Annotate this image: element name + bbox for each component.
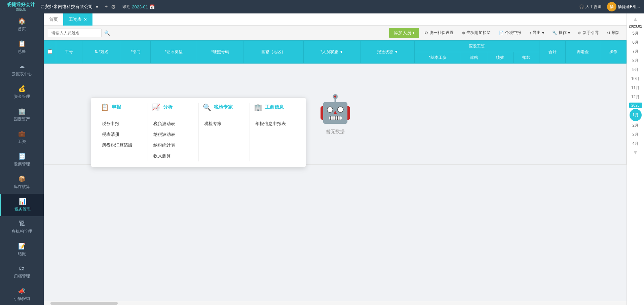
menu-item-income-tax-summary[interactable]: 所得税汇算清缴 <box>101 140 144 151</box>
tab-close-icon[interactable]: ✕ <box>84 17 87 22</box>
sidebar-label-inventory: 库存核算 <box>14 184 30 190</box>
horizontal-scrollbar[interactable] <box>44 301 627 305</box>
sidebar-item-sales[interactable]: 📣 小畅报销 <box>0 283 44 305</box>
content-area: 首页 工资表 ✕ 🔍 添加人员 ▾ ⚙ 统一社保设置 ⊕ 专项附加扣除 <box>44 13 627 305</box>
menu-item-tax-table[interactable]: 税表清册 <box>101 129 144 140</box>
month-2024-2[interactable]: 2月 <box>629 121 643 130</box>
service-icon: 🎧 <box>579 4 584 9</box>
assets-icon: 🏢 <box>18 108 26 115</box>
tax-return-button[interactable]: 📄 个税申报 <box>496 29 524 37</box>
declaration-section-icon: 📋 <box>101 103 109 111</box>
refresh-icon: ↺ <box>607 31 610 35</box>
menu-section-header-expert: 🔍 税检专家 <box>203 103 245 115</box>
export-dropdown-icon: ▾ <box>542 31 544 35</box>
month-2023-5[interactable]: 5月 <box>629 29 643 38</box>
operations-button[interactable]: 🔧 操作 ▾ <box>550 29 573 37</box>
sidebar-item-multi-org[interactable]: 🏗 多机构管理 <box>0 216 44 238</box>
home-icon: 🏠 <box>18 17 26 25</box>
guide-toolbar-label: 新手引导 <box>583 30 599 36</box>
sidebar-item-home[interactable]: 🏠 首页 <box>0 13 44 36</box>
th-payable-group: 应发工资 <box>415 41 539 52</box>
sidebar-item-invoice[interactable]: 🧾 发票管理 <box>0 149 44 171</box>
menu-item-expert[interactable]: 税检专家 <box>203 118 245 129</box>
month-2023-11[interactable]: 11月 <box>629 83 643 92</box>
next-year-btn[interactable]: ▼ <box>632 148 640 157</box>
sidebar-item-close[interactable]: 📝 结账 <box>0 238 44 261</box>
export-button[interactable]: ↑ 导出 ▾ <box>527 29 547 37</box>
social-insurance-button[interactable]: ⚙ 统一社保设置 <box>422 29 456 37</box>
month-2023-6[interactable]: 6月 <box>629 38 643 47</box>
special-deduction-label: 专项附加扣除 <box>466 30 491 36</box>
add-person-button[interactable]: 添加人员 ▾ <box>389 28 419 38</box>
tax-icon: 📊 <box>19 198 26 205</box>
menu-item-tax-payment[interactable]: 纳税波动表 <box>152 129 195 140</box>
filter-icon-status[interactable]: ▼ <box>339 49 343 54</box>
top-bar-right: 🎧 人工咨询 畅 畅捷通B组... <box>579 2 640 11</box>
month-2024-3[interactable]: 3月 <box>629 130 643 139</box>
special-deduction-button[interactable]: ⊕ 专项附加扣除 <box>459 29 493 37</box>
search-button[interactable]: 🔍 <box>104 30 110 36</box>
period-label: 账期 <box>122 4 130 10</box>
prev-year-btn[interactable]: ▲ <box>632 15 640 24</box>
tab-payroll[interactable]: 工资表 ✕ <box>63 13 92 26</box>
sidebar-item-ledger[interactable]: 📋 总账 <box>0 36 44 59</box>
month-2023-12[interactable]: 12月 <box>629 92 643 102</box>
month-2023-9[interactable]: 9月 <box>629 65 643 74</box>
menu-section-header-analysis: 📈 分析 <box>152 103 195 115</box>
menu-item-annual-report[interactable]: 年报信息申报表 <box>254 118 297 129</box>
logo-main: 畅捷通好会计 <box>7 2 35 7</box>
filter-icon-report[interactable]: ▼ <box>394 49 398 54</box>
add-person-label: 添加人员 <box>394 30 411 36</box>
menu-item-tax-burden[interactable]: 税负波动表 <box>152 118 195 129</box>
biz-section-title: 工商信息 <box>265 104 284 110</box>
search-input[interactable] <box>48 29 102 37</box>
month-2023-7[interactable]: 7月 <box>629 47 643 56</box>
sidebar-item-cloud[interactable]: ☁ 云报表中心 <box>0 59 44 81</box>
menu-item-income-forecast[interactable]: 收入测算 <box>152 151 195 161</box>
menu-item-tax-declaration[interactable]: 税务申报 <box>101 118 144 129</box>
app-logo: 畅捷通好会计 旗舰版 <box>4 2 38 12</box>
archive-icon: 🗂 <box>19 265 25 272</box>
tab-home[interactable]: 首页 <box>44 13 63 26</box>
empty-icon: 🤖 <box>318 93 352 125</box>
th-department: *部门 <box>121 41 151 64</box>
sidebar-item-inventory[interactable]: 📦 库存核算 <box>0 171 44 194</box>
refresh-button[interactable]: ↺ 刷新 <box>604 29 622 37</box>
sidebar-item-tax[interactable]: 📊 税务管理 <box>0 194 44 216</box>
sidebar-label-archive: 归档管理 <box>14 273 30 279</box>
menu-section-header-biz: 🏢 工商信息 <box>254 103 297 115</box>
menu-section-analysis: 📈 分析 税负波动表 纳税波动表 纳税统计表 收入测算 <box>148 103 199 161</box>
month-2023-10[interactable]: 10月 <box>629 74 643 83</box>
period-value[interactable]: 2023-01 <box>132 4 148 9</box>
operations-icon: 🔧 <box>552 31 557 35</box>
toolbar: 🔍 添加人员 ▾ ⚙ 统一社保设置 ⊕ 专项附加扣除 📄 个税申报 ↑ 导出 ▾ <box>44 26 627 40</box>
top-bar-actions: + ⚙ <box>105 4 116 10</box>
logo-sub: 旗舰版 <box>16 7 26 12</box>
guide-toolbar-button[interactable]: ⊕ 新手引导 <box>575 29 602 37</box>
company-selector[interactable]: 西安虾米网络科技有限公司 ▼ <box>40 4 99 10</box>
sidebar-item-payroll[interactable]: 💼 工资 <box>0 126 44 149</box>
th-id-number: *证照号码 <box>197 41 243 64</box>
menu-section-declaration: 📋 申报 税务申报 税表清册 所得税汇算清缴 <box>97 103 148 161</box>
add-icon[interactable]: + <box>105 4 108 10</box>
th-base-salary: *基本工资 <box>415 52 461 64</box>
month-2024-4[interactable]: 4月 <box>629 139 643 148</box>
settings-icon[interactable]: ⚙ <box>111 4 116 10</box>
th-status: *人员状态 ▼ <box>303 41 361 64</box>
calendar-icon[interactable]: 📅 <box>149 4 155 9</box>
th-checkbox[interactable] <box>44 41 56 64</box>
month-2023-8[interactable]: 8月 <box>629 56 643 65</box>
scroll-thumb[interactable] <box>50 302 118 305</box>
month-2024-1[interactable]: 1月 <box>630 109 642 121</box>
sidebar-item-capital[interactable]: 💰 资金管理 <box>0 81 44 104</box>
th-report-status: 报送状态 ▼ <box>361 41 414 64</box>
sidebar-item-archive[interactable]: 🗂 归档管理 <box>0 261 44 283</box>
select-all-checkbox[interactable] <box>48 49 52 54</box>
user-menu[interactable]: 畅 畅捷通B组... <box>607 2 640 11</box>
customer-service[interactable]: 🎧 人工咨询 <box>579 4 602 10</box>
social-insurance-label: 统一社保设置 <box>429 30 454 36</box>
sidebar-label-cloud: 云报表中心 <box>12 71 32 77</box>
menu-item-tax-stats[interactable]: 纳税统计表 <box>152 140 195 151</box>
sidebar-item-assets[interactable]: 🏢 固定资产 <box>0 104 44 126</box>
refresh-label: 刷新 <box>612 30 620 36</box>
